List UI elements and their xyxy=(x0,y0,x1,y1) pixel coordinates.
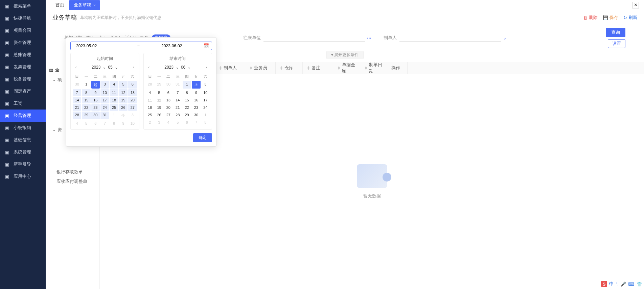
day-30[interactable]: 30 xyxy=(192,112,200,118)
day-25[interactable]: 25 xyxy=(110,104,118,111)
partner-lookup-button[interactable]: ⋯ xyxy=(365,35,373,41)
sidebar-item-7[interactable]: ▣固定资产 xyxy=(0,85,46,97)
day-12[interactable]: 12 xyxy=(119,89,128,96)
day-24[interactable]: 24 xyxy=(100,104,109,111)
column-7[interactable]: ▲▼制单日期 xyxy=(360,62,387,74)
day-19[interactable]: 19 xyxy=(119,97,128,103)
day-8[interactable]: 8 xyxy=(82,89,90,96)
day-next[interactable]: 4 xyxy=(73,120,81,127)
day-23[interactable]: 23 xyxy=(91,104,100,111)
month-select[interactable]: 06 xyxy=(181,65,185,70)
day-13[interactable]: 13 xyxy=(164,97,172,103)
sort-icon[interactable]: ▲▼ xyxy=(219,66,222,70)
start-date-input[interactable] xyxy=(73,44,135,48)
sort-icon[interactable]: ▲▼ xyxy=(280,66,283,70)
tree-item-adjust[interactable]: 应收应付调整单 xyxy=(49,177,96,186)
expand-filters-button[interactable]: ▾ 展开更多条件 xyxy=(326,51,364,59)
day-9[interactable]: 9 xyxy=(192,89,200,96)
sidebar-item-5[interactable]: ▣发票管理 xyxy=(0,61,46,73)
prev-month-button[interactable]: ‹ xyxy=(74,64,78,70)
day-17[interactable]: 17 xyxy=(201,97,210,103)
sidebar-item-12[interactable]: ▣系统管理 xyxy=(0,146,46,158)
day-prev[interactable]: 30 xyxy=(73,81,81,89)
day-28[interactable]: 28 xyxy=(73,112,81,119)
sidebar-item-0[interactable]: ▣搜索菜单 xyxy=(0,0,46,12)
ime-lang[interactable]: 中 xyxy=(609,281,614,287)
day-20[interactable]: 20 xyxy=(164,104,172,111)
day-18[interactable]: 18 xyxy=(110,97,118,103)
settings-button[interactable]: 设置 xyxy=(608,39,625,48)
save-button[interactable]: 💾保存 xyxy=(603,15,618,21)
column-5[interactable]: ▲▼备注 xyxy=(303,62,333,74)
sidebar-item-3[interactable]: ▣资金管理 xyxy=(0,37,46,49)
ime-keyboard-icon[interactable]: ⌨ xyxy=(628,282,635,287)
day-next[interactable]: 2 xyxy=(146,119,154,126)
tab-close-icon[interactable]: × xyxy=(93,3,95,7)
day-14[interactable]: 14 xyxy=(73,97,81,103)
next-month-button[interactable]: › xyxy=(204,64,208,70)
day-15[interactable]: 15 xyxy=(82,97,90,103)
day-next[interactable]: 8 xyxy=(201,119,210,126)
day-4[interactable]: 4 xyxy=(110,81,118,89)
day-next[interactable]: 10 xyxy=(128,120,137,127)
day-22[interactable]: 22 xyxy=(183,104,191,111)
day-next[interactable]: 5 xyxy=(174,119,182,126)
end-date-input[interactable] xyxy=(142,44,201,48)
sidebar-item-9[interactable]: ▣经营管理 xyxy=(0,110,46,122)
year-select[interactable]: 2023 xyxy=(92,65,101,70)
day-prev[interactable]: 31 xyxy=(174,81,182,89)
day-11[interactable]: 11 xyxy=(146,97,154,103)
day-next[interactable]: 7 xyxy=(100,120,109,127)
prev-month-button[interactable]: ‹ xyxy=(147,64,151,70)
creator-dropdown-button[interactable]: ⌄ xyxy=(501,35,509,41)
column-8[interactable]: 操作 xyxy=(387,62,408,74)
sort-icon[interactable]: ▲▼ xyxy=(249,66,253,70)
day-11[interactable]: 11 xyxy=(110,89,118,96)
day-next[interactable]: 7 xyxy=(192,119,200,126)
day-2[interactable]: 止 xyxy=(192,81,200,89)
day-1[interactable]: 1 xyxy=(183,81,191,89)
creator-input[interactable] xyxy=(399,34,501,42)
sidebar-item-2[interactable]: ▣项目合同 xyxy=(0,24,46,37)
day-7[interactable]: 7 xyxy=(174,89,182,96)
day-22[interactable]: 22 xyxy=(82,104,90,111)
day-15[interactable]: 15 xyxy=(183,97,191,103)
day-20[interactable]: 20 xyxy=(128,97,137,103)
day-21[interactable]: 21 xyxy=(73,104,81,111)
day-23[interactable]: 23 xyxy=(192,104,200,111)
tab-1[interactable]: 业务草稿× xyxy=(69,0,100,10)
sort-icon[interactable]: ▲▼ xyxy=(364,66,368,70)
ime-skin-icon[interactable]: 👕 xyxy=(637,282,642,287)
day-30[interactable]: 30 xyxy=(91,112,100,119)
sidebar-item-8[interactable]: ▣工资 xyxy=(0,97,46,110)
day-18[interactable]: 18 xyxy=(146,104,154,111)
day-12[interactable]: 12 xyxy=(155,97,163,103)
delete-button[interactable]: 🗑删除 xyxy=(583,15,598,21)
sidebar-item-1[interactable]: ▣快捷导航 xyxy=(0,12,46,24)
day-17[interactable]: 17 xyxy=(100,97,109,103)
sort-icon[interactable]: ▲▼ xyxy=(337,66,341,70)
day-prev[interactable]: 28 xyxy=(146,81,154,89)
tree-item-bank[interactable]: 银行存取款单 xyxy=(49,167,96,177)
sidebar-item-11[interactable]: ▣基础信息 xyxy=(0,134,46,146)
day-19[interactable]: 19 xyxy=(155,104,163,111)
day-9[interactable]: 9 xyxy=(91,89,100,96)
day-24[interactable]: 24 xyxy=(201,104,210,111)
day-next[interactable]: 3 xyxy=(128,112,137,119)
ime-s-icon[interactable]: S xyxy=(601,281,607,287)
ime-punct-icon[interactable]: °, xyxy=(616,282,619,287)
partner-input[interactable] xyxy=(263,34,365,42)
day-2[interactable]: 起 xyxy=(91,81,100,89)
day-next[interactable]: 1 xyxy=(110,112,118,119)
day-26[interactable]: 26 xyxy=(119,104,128,111)
column-3[interactable]: ▲▼业务员 xyxy=(245,62,276,74)
day-31[interactable]: 31 xyxy=(100,112,109,119)
close-window-button[interactable]: ✕ xyxy=(632,2,639,8)
ime-mic-icon[interactable]: 🎤 xyxy=(621,282,626,287)
day-27[interactable]: 27 xyxy=(164,112,172,118)
day-prev[interactable]: 29 xyxy=(155,81,163,89)
day-next[interactable]: 1 xyxy=(201,112,210,118)
day-29[interactable]: 29 xyxy=(183,112,191,118)
day-3[interactable]: 3 xyxy=(100,81,109,89)
column-2[interactable]: ▲▼制单人 xyxy=(215,62,245,74)
